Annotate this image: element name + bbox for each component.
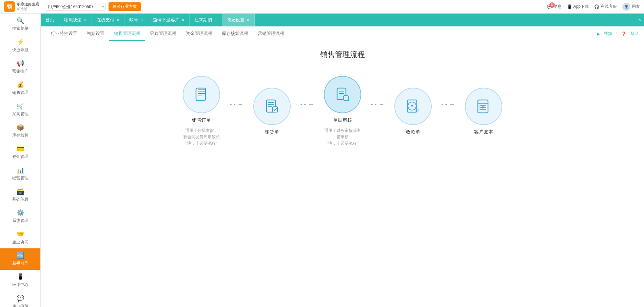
sub-tab-fund_flow[interactable]: 资金管理流程 [181,26,217,41]
nav-tab-close-invite[interactable]: ✕ [181,18,184,22]
svg-rect-9 [273,107,277,112]
sub-tab-label-purchase_flow: 采购管理流程 [150,30,176,37]
sub-tab-init[interactable]: 初始设置 [82,26,109,41]
sub-tab-inventory_flow[interactable]: 库存核算流程 [217,26,253,41]
user-select[interactable]: 用户690企业1660120507 [45,3,106,11]
sidebar-icon-operation: 📊 [17,166,24,174]
sub-tab-industry[interactable]: 行业特性设置 [46,26,82,41]
avatar: 👤 [622,3,630,11]
flow-chart: 销售订单 适用于分批发货、有合同发货周期较长（注：非必要流程） - - → 销货… [52,76,633,147]
sidebar-item-marketing_promo[interactable]: 📢 营销推广 [0,56,40,78]
sidebar-icon-cooperation: 🤝 [17,230,24,238]
user-label: 用友 [632,4,640,9]
user-item[interactable]: 👤 用友 [622,3,640,11]
flow-arrow-1: - - → [300,101,314,122]
user-select-wrapper[interactable]: 用户690企业1660120507 [45,3,106,11]
close-all-tabs[interactable]: ✕ [638,18,641,22]
divider: | [616,32,617,36]
sub-tabs-right: ▶ 视频 | ❓ 帮助 [597,31,639,37]
app-label: App下载 [573,4,589,9]
nav-tab-label-period: 往来期初 [194,17,212,23]
sidebar-label-basic: 基础信息 [12,197,28,202]
sidebar-item-wechat[interactable]: 💬 企业微信 [0,291,40,307]
nav-tab-label-payment: 在线支付 [97,17,114,23]
sidebar-item-sales[interactable]: 💰 销售管理 [0,78,40,99]
sub-tab-purchase_flow[interactable]: 采购管理流程 [145,26,181,41]
page-content: 销售管理流程 销售订单 适用于分批发货、有合同发货周期较长（注：非必要流程） -… [41,41,644,307]
flow-circle-receipt: ¥ ★ [394,88,432,125]
nav-tab-close-period[interactable]: ✕ [214,18,217,22]
sidebar-label-system: 系统管理 [12,218,28,224]
sidebar-label-cooperation: 企业协同 [12,239,28,245]
flow-name-audit: 单据审核 [333,117,352,123]
header-right: 💬 6 消息 📱 App下载 🎧 在线客服 👤 用友 [547,3,640,11]
trial-button[interactable]: 体验行业方案 [109,2,141,11]
sidebar-item-cooperation[interactable]: 🤝 企业协同 [0,227,40,248]
flow-desc-audit: 适用于财务审核或主管审核（注：非必要流程） [324,127,361,147]
nav-tab-account[interactable]: 账号✕ [124,14,148,26]
help-label[interactable]: 帮助 [630,31,639,37]
nav-tab-logistics[interactable]: 物流快递✕ [59,14,92,26]
sidebar-item-quick[interactable]: ⚡ 快捷导航 [0,35,40,56]
video-label[interactable]: 视频 [604,31,612,37]
sidebar-icon-inventory: 📦 [17,124,24,131]
nav-tab-payment[interactable]: 在线支付✕ [92,14,124,26]
sub-tab-sales_flow[interactable]: 销售管理流程 [109,26,145,41]
flow-arrow-2: - - → [371,101,385,122]
sidebar-icon-quick: ⚡ [17,38,24,46]
top-header: 畅 畅康道好生意 标准版 用户690企业1660120507 体验行业方案 💬 … [0,0,644,14]
sidebar-item-basic[interactable]: 🗃️ 基础信息 [0,184,40,206]
sidebar-item-operation[interactable]: 📊 经营管理 [0,163,40,184]
nav-tab-close-payment[interactable]: ✕ [116,18,119,22]
sidebar-icon-basic: 🗃️ [17,188,24,195]
flow-name-ledger: 客户账本 [474,129,493,135]
nav-tab-label-account: 账号 [129,17,138,23]
nav-tab-label-logistics: 物流快递 [64,17,82,23]
sub-tab-marketing_flow[interactable]: 营销管理流程 [253,26,289,41]
sidebar-icon-appcenter: 📱 [17,273,24,281]
service-item[interactable]: 🎧 在线客服 [594,4,617,9]
page-title: 销售管理流程 [52,49,633,60]
help-icon: ❓ [621,32,626,36]
sidebar-label-wechat: 企业微信 [12,303,28,307]
nav-tab-invite[interactable]: 邀请下游客户✕ [148,14,190,26]
message-badge-wrapper: 💬 6 [547,4,552,9]
sidebar-item-guide[interactable]: 🆕 新手引导 [0,248,40,270]
message-item[interactable]: 💬 6 消息 [547,4,562,9]
nav-tab-init[interactable]: 初始设置✕ [222,14,255,26]
flow-circle-sales_invoice [253,88,291,125]
nav-tab-period[interactable]: 往来期初✕ [190,14,222,26]
flow-name-sales_order: 销售订单 [192,117,211,123]
flow-circle-sales_order [183,76,220,113]
sidebar-icon-system: ⚙️ [17,209,24,217]
sidebar-item-search[interactable]: 🔍 搜索菜单 [0,14,40,35]
flow-item-receipt: ¥ ★ 收款单 [386,88,440,135]
sub-tabs: 行业特性设置初始设置销售管理流程采购管理流程资金管理流程库存核算流程营销管理流程… [41,26,644,41]
sidebar-item-purchase[interactable]: 🛒 采购管理 [0,99,40,120]
sidebar-label-operation: 经营管理 [12,175,28,181]
nav-tab-home[interactable]: 首页 [41,14,59,26]
nav-tab-close-init[interactable]: ✕ [247,18,250,22]
logo: 畅 畅康道好生意 标准版 [4,1,39,12]
sidebar-label-appcenter: 应用中心 [12,282,28,288]
nav-tab-close-account[interactable]: ✕ [140,18,143,22]
sub-tab-label-sales_flow: 销售管理流程 [114,30,140,37]
app-icon: 📱 [567,4,572,9]
sub-tab-label-init: 初始设置 [87,30,104,37]
nav-tab-close-logistics[interactable]: ✕ [84,18,87,22]
app-download-item[interactable]: 📱 App下载 [567,4,589,9]
sidebar-item-system[interactable]: ⚙️ 系统管理 [0,206,40,227]
sidebar-label-search: 搜索菜单 [12,26,28,32]
flow-circle-audit [324,76,361,113]
logo-subtitle: 标准版 [17,7,39,12]
sidebar-icon-sales: 💰 [17,81,24,88]
svg-line-14 [348,100,349,101]
video-help-icon: ▶ [597,32,600,36]
logo-icon: 畅 [4,1,15,12]
sub-tab-label-inventory_flow: 库存核算流程 [222,30,248,37]
nav-tab-label-init: 初始设置 [227,17,245,23]
logo-title: 畅康道好生意 [17,2,39,6]
sidebar-item-inventory[interactable]: 📦 库存核算 [0,120,40,142]
sidebar-item-finance[interactable]: 💳 资金管理 [0,142,40,163]
sidebar-item-appcenter[interactable]: 📱 应用中心 [0,270,40,291]
